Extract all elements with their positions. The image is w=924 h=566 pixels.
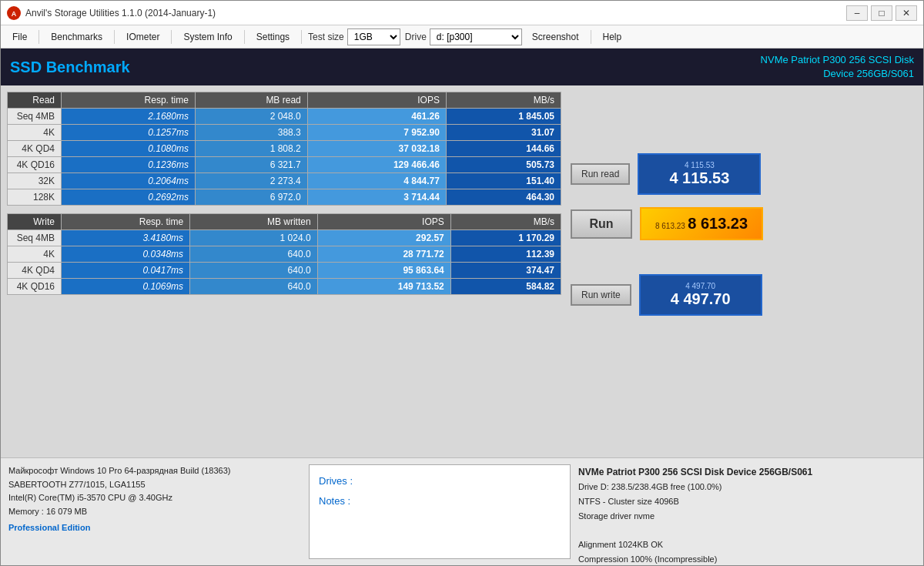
row-label: Seq 4MB (8, 109, 62, 125)
cell-mbs: 584.82 (450, 279, 561, 295)
cell-mbs: 464.30 (446, 189, 561, 206)
row-label: 4K (8, 125, 62, 141)
write-col-mb: MB written (190, 214, 318, 230)
cell-resp: 0.1069ms (62, 279, 190, 295)
write-score-display: 4 497.70 4 497.70 (639, 274, 762, 316)
row-label: 32K (8, 173, 62, 189)
row-label: 4K (8, 246, 62, 263)
cell-mb: 2 273.4 (195, 173, 307, 189)
cell-mb: 640.0 (190, 279, 318, 295)
cell-resp: 3.4180ms (62, 230, 190, 246)
cell-mbs: 112.39 (450, 246, 561, 263)
read-table-row: 128K 0.2692ms 6 972.0 3 714.44 464.30 (8, 189, 561, 206)
cell-mb: 6 972.0 (195, 189, 307, 206)
menu-sysinfo[interactable]: System Info (175, 28, 240, 46)
drives-label: Drives : (319, 471, 561, 491)
overall-score-display: 8 613.23 8 613.23 (640, 207, 763, 240)
device-line1: NVMe Patriot P300 256 SCSI Disk (761, 53, 914, 67)
read-table: Read Resp. time MB read IOPS MB/s Seq 4M… (7, 92, 561, 206)
read-col-mb: MB read (195, 92, 307, 109)
read-table-row: Seq 4MB 2.1680ms 2 048.0 461.26 1 845.05 (8, 109, 561, 125)
drive-group: Drive d: [p300] (405, 28, 522, 45)
cell-resp: 0.2064ms (62, 173, 196, 189)
run-read-button[interactable]: Run read (571, 163, 630, 185)
overall-score-value: 8 613.23 (688, 215, 748, 232)
benchmark-header: SSD Benchmark NVMe Patriot P300 256 SCSI… (1, 49, 923, 85)
menu-bar: File Benchmarks IOmeter System Info Sett… (1, 25, 923, 49)
window-title: Anvil's Storage Utilities 1.1.0 (2014-Ja… (25, 8, 216, 18)
cell-mbs: 374.47 (450, 263, 561, 279)
write-score-value: 4 497.70 (671, 290, 731, 307)
row-label: Seq 4MB (8, 230, 62, 246)
menu-iometer[interactable]: IOmeter (118, 28, 168, 46)
cell-iops: 149 713.52 (317, 279, 450, 295)
cell-mbs: 31.07 (446, 125, 561, 141)
menu-separator-1 (38, 30, 39, 44)
cell-mbs: 1 845.05 (446, 109, 561, 125)
menu-separator-4 (244, 30, 245, 44)
app-icon: A (7, 6, 21, 20)
nvme-line5: Alignment 1024KB OK (578, 538, 916, 552)
read-table-row: 4K QD4 0.1080ms 1 808.2 37 032.18 144.66 (8, 141, 561, 157)
cell-mb: 640.0 (190, 246, 318, 263)
close-button[interactable]: ✕ (896, 5, 917, 21)
nvme-line3: Storage driver nvme (578, 509, 916, 524)
test-size-select[interactable]: 1GB 512MB 256MB (347, 28, 400, 45)
minimize-button[interactable]: – (846, 5, 868, 21)
read-score-label: 4 115.53 (648, 161, 750, 169)
nvme-line2: NTFS - Cluster size 4096B (578, 494, 916, 509)
cell-mb: 6 321.7 (195, 157, 307, 173)
nvme-line6: Compression 100% (Incompressible) (578, 552, 916, 566)
status-center: Drives : Notes : (309, 464, 571, 559)
menu-screenshot[interactable]: Screenshot (524, 28, 588, 46)
menu-settings[interactable]: Settings (248, 28, 298, 46)
title-bar: A Anvil's Storage Utilities 1.1.0 (2014-… (1, 1, 923, 25)
cell-iops: 37 032.18 (307, 141, 446, 157)
drive-select[interactable]: d: [p300] (430, 28, 522, 45)
menu-benchmarks[interactable]: Benchmarks (42, 28, 111, 46)
maximize-button[interactable]: □ (871, 5, 892, 21)
professional-edition: Professional Edition (8, 521, 301, 535)
status-left: Майкрософт Windows 10 Pro 64-разрядная B… (8, 464, 301, 559)
overall-score-label: 8 613.23 (655, 222, 685, 230)
read-col-label: Read (8, 92, 62, 109)
sys-line1: Майкрософт Windows 10 Pro 64-разрядная B… (8, 464, 301, 478)
run-write-button[interactable]: Run write (571, 284, 631, 306)
read-table-row: 32K 0.2064ms 2 273.4 4 844.77 151.40 (8, 173, 561, 189)
cell-mb: 1 024.0 (190, 230, 318, 246)
read-col-resp: Resp. time (62, 92, 196, 109)
benchmark-title: SSD Benchmark (10, 59, 130, 76)
write-col-label: Write (8, 214, 62, 230)
write-col-iops: IOPS (317, 214, 450, 230)
tables-section: Read Resp. time MB read IOPS MB/s Seq 4M… (7, 92, 561, 451)
nvme-line1: Drive D: 238.5/238.4GB free (100.0%) (578, 480, 916, 494)
content-area: Read Resp. time MB read IOPS MB/s Seq 4M… (1, 85, 923, 457)
right-panel: Run read 4 115.53 4 115.53 Run 8 613.23 … (567, 92, 763, 451)
cell-mb: 640.0 (190, 263, 318, 279)
cell-iops: 4 844.77 (307, 173, 446, 189)
window-controls: – □ ✕ (846, 5, 917, 21)
cell-iops: 3 714.44 (307, 189, 446, 206)
title-bar-left: A Anvil's Storage Utilities 1.1.0 (2014-… (7, 6, 216, 20)
drive-label: Drive (405, 32, 427, 42)
write-col-resp: Resp. time (62, 214, 190, 230)
run-button[interactable]: Run (571, 209, 632, 239)
write-table-row: 4K 0.0348ms 640.0 28 771.72 112.39 (8, 246, 561, 263)
menu-file[interactable]: File (4, 28, 35, 46)
notes-label: Notes : (319, 491, 561, 511)
test-size-label: Test size (308, 32, 344, 42)
test-size-group: Test size 1GB 512MB 256MB (308, 28, 400, 45)
cell-resp: 0.1236ms (62, 157, 196, 173)
device-info: NVMe Patriot P300 256 SCSI Disk Device 2… (761, 53, 914, 81)
cell-mb: 388.3 (195, 125, 307, 141)
sys-line3: Intel(R) Core(TM) i5-3570 CPU @ 3.40GHz (8, 491, 301, 505)
cell-iops: 7 952.90 (307, 125, 446, 141)
row-label: 4K QD4 (8, 141, 62, 157)
main-window: A Anvil's Storage Utilities 1.1.0 (2014-… (0, 0, 924, 566)
read-table-row: 4K 0.1257ms 388.3 7 952.90 31.07 (8, 125, 561, 141)
menu-separator-2 (114, 30, 115, 44)
cell-mb: 2 048.0 (195, 109, 307, 125)
cell-mbs: 1 170.29 (450, 230, 561, 246)
menu-help[interactable]: Help (594, 28, 631, 46)
svg-text:A: A (12, 10, 17, 18)
